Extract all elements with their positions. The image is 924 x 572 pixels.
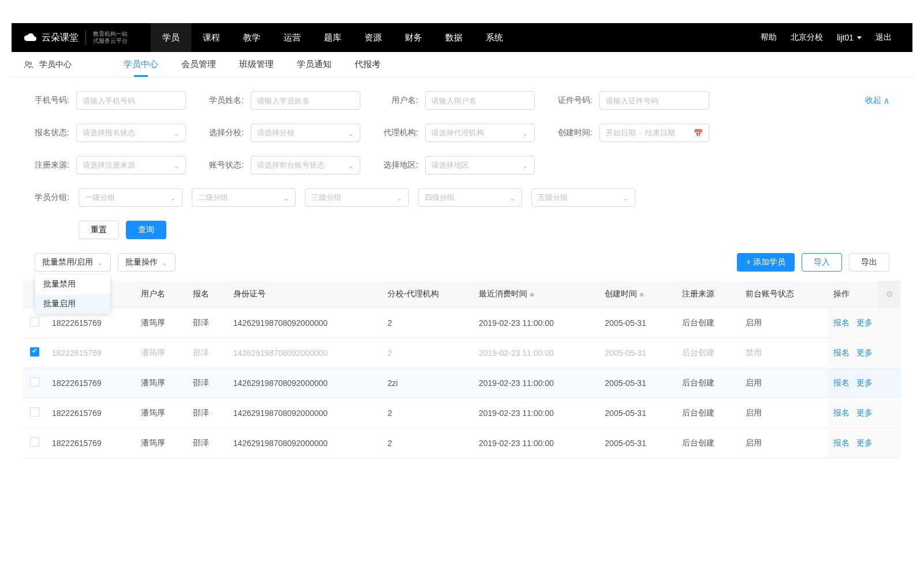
- reset-button[interactable]: 重置: [79, 221, 119, 239]
- row-checkbox[interactable]: [30, 437, 39, 447]
- branch-link[interactable]: 北京分校: [791, 32, 823, 43]
- main-nav-item[interactable]: 系统: [474, 23, 515, 52]
- phone-input[interactable]: [83, 96, 180, 105]
- cell-enroll: 邵泽: [187, 368, 228, 398]
- row-enroll-link[interactable]: 报名: [833, 348, 850, 357]
- sub-tab[interactable]: 学员通知: [297, 52, 331, 77]
- sub-tab[interactable]: 班级管理: [239, 52, 274, 77]
- caret-down-icon: [857, 36, 862, 39]
- cell-last-consume: 2019-02-23 11:00:00: [473, 308, 599, 338]
- main-nav-item[interactable]: 财务: [393, 23, 434, 52]
- row-enroll-link[interactable]: 报名: [833, 438, 850, 447]
- main-nav-item[interactable]: 学员: [151, 23, 191, 52]
- phone-input-wrap: [76, 91, 186, 110]
- username-input[interactable]: [431, 96, 528, 105]
- row-enroll-link[interactable]: 报名: [833, 318, 850, 327]
- main-nav-item[interactable]: 课程: [191, 23, 232, 52]
- filter-group-row: 学员分组 一级分组⌄二级分组⌄三级分组⌄四级分组⌄五级分组⌄: [35, 188, 889, 207]
- agency-select[interactable]: 请选择代理机构 ⌄: [425, 124, 535, 142]
- row-more-link[interactable]: 更多: [856, 348, 873, 357]
- table-row: 18222615769潘筠厚邵泽142629198708092000000220…: [23, 308, 901, 338]
- main-nav-item[interactable]: 教学: [232, 23, 272, 52]
- collapse-link[interactable]: 收起 ∧: [865, 95, 889, 106]
- sub-tab[interactable]: 会员管理: [181, 52, 216, 77]
- chevron-down-icon: ⌄: [396, 194, 403, 202]
- th-enroll: 报名: [187, 281, 228, 308]
- th-username: 用户名: [135, 281, 187, 308]
- source-select[interactable]: 请选择注册来源 ⌄: [76, 156, 186, 174]
- cell-branch-agency: 2: [382, 428, 473, 458]
- group-select[interactable]: 五级分组⌄: [531, 188, 635, 207]
- batch-enable-item[interactable]: 批量启用: [35, 294, 110, 314]
- filter-region: 选择地区 请选择地区 ⌄: [383, 156, 535, 174]
- sub-tab[interactable]: 代报考: [355, 52, 381, 77]
- cell-front-status: 启用: [740, 398, 827, 428]
- th-last-consume[interactable]: 最近消费时间◆: [473, 281, 599, 308]
- main-nav-item[interactable]: 资源: [353, 23, 393, 52]
- row-checkbox[interactable]: [30, 407, 39, 417]
- cell-action: 报名更多: [828, 308, 901, 338]
- idno-input[interactable]: [606, 96, 703, 105]
- group-select[interactable]: 四级分组⌄: [418, 188, 522, 207]
- cell-idno: 142629198708092000000: [228, 428, 382, 458]
- name-input[interactable]: [257, 96, 354, 105]
- row-more-link[interactable]: 更多: [856, 318, 873, 327]
- right-nav: 帮助 北京分校 lijt01 退出: [761, 32, 901, 43]
- row-checkbox[interactable]: [30, 347, 39, 356]
- main-nav-item[interactable]: 题库: [312, 23, 353, 52]
- cell-create-time: 2005-05-31: [599, 398, 676, 428]
- cell-username: 潘筠厚: [135, 308, 187, 338]
- branch-select[interactable]: 请选择分校 ⌄: [251, 124, 360, 142]
- filter-branch: 选择分校 请选择分校 ⌄: [209, 124, 360, 142]
- row-more-link[interactable]: 更多: [856, 438, 873, 447]
- th-branch-agency: 分校-代理机构: [382, 281, 473, 308]
- enroll-status-select[interactable]: 请选择报名状态 ⌄: [76, 124, 186, 142]
- row-enroll-link[interactable]: 报名: [833, 408, 850, 417]
- row-checkbox[interactable]: [30, 317, 39, 326]
- sub-tabs: 学员中心会员管理班级管理学员通知代报考: [124, 52, 381, 77]
- filter-name: 学员姓名: [209, 91, 360, 110]
- cell-branch-agency: 2: [382, 398, 473, 428]
- user-menu[interactable]: lijt01: [837, 33, 862, 42]
- logout-link[interactable]: 退出: [875, 32, 892, 43]
- cell-phone: 18222615769: [46, 428, 135, 458]
- main-nav: 学员课程教学运营题库资源财务数据系统: [151, 23, 515, 52]
- sub-tab[interactable]: 学员中心: [124, 52, 158, 77]
- add-student-button[interactable]: + 添加学员: [737, 253, 795, 272]
- th-front-status: 前台账号状态: [740, 281, 827, 308]
- batch-disable-item[interactable]: 批量禁用: [35, 274, 110, 294]
- group-select[interactable]: 一级分组⌄: [79, 188, 182, 207]
- batch-toggle-dropdown[interactable]: 批量禁用/启用 ⌄ 批量禁用 批量启用: [35, 253, 111, 272]
- svg-point-0: [25, 61, 28, 64]
- calendar-icon: 📅: [694, 129, 703, 138]
- cell-source: 后台创建: [676, 428, 740, 458]
- chevron-down-icon: ⌄: [348, 161, 354, 170]
- th-create-time[interactable]: 创建时间◆: [599, 281, 676, 308]
- cell-idno: 142629198708092000000: [228, 308, 382, 338]
- chevron-down-icon: ⌄: [161, 258, 168, 267]
- export-button[interactable]: 导出: [849, 253, 889, 272]
- cell-last-consume: 2019-02-23 11:00:00: [473, 338, 599, 368]
- cell-create-time: 2005-05-31: [599, 428, 676, 458]
- gear-icon[interactable]: ⚙: [886, 289, 893, 299]
- group-select[interactable]: 三级分组⌄: [305, 188, 409, 207]
- main-nav-item[interactable]: 运营: [272, 23, 312, 52]
- cell-front-status: 禁用: [740, 338, 827, 368]
- batch-op-dropdown[interactable]: 批量操作 ⌄: [118, 253, 176, 272]
- region-select[interactable]: 请选择地区 ⌄: [425, 156, 535, 174]
- table-row: 18222615769潘筠厚邵泽142629198708092000000220…: [23, 338, 901, 368]
- row-more-link[interactable]: 更多: [856, 408, 873, 417]
- chevron-down-icon: ⌄: [522, 161, 528, 170]
- help-link[interactable]: 帮助: [761, 32, 777, 43]
- group-select[interactable]: 二级分组⌄: [192, 188, 296, 207]
- main-nav-item[interactable]: 数据: [434, 23, 474, 52]
- create-time-range[interactable]: 开始日期 - 结束日期 📅: [599, 124, 709, 142]
- row-checkbox[interactable]: [30, 377, 39, 387]
- row-enroll-link[interactable]: 报名: [833, 378, 850, 387]
- filter-agency: 代理机构 请选择代理机构 ⌄: [383, 124, 535, 142]
- row-more-link[interactable]: 更多: [856, 378, 873, 387]
- filter-area: 手机号码 学员姓名 用户名 证件号码 收起 ∧: [12, 77, 912, 239]
- account-status-select[interactable]: 请选择前台账号状态 ⌄: [251, 156, 360, 174]
- search-button[interactable]: 查询: [126, 221, 166, 239]
- import-button[interactable]: 导入: [802, 253, 842, 272]
